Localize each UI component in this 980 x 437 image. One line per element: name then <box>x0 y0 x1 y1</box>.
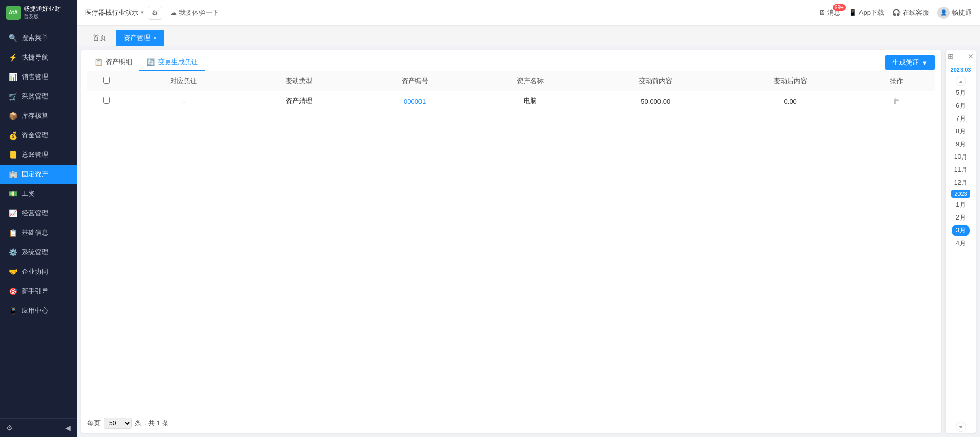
salary-icon: 💵 <box>8 189 17 198</box>
month-item-pre-6[interactable]: 6月 <box>952 100 970 112</box>
collapse-sidebar-icon[interactable]: ◀ <box>65 424 71 432</box>
topbar-settings-btn[interactable]: ⚙ <box>148 6 162 20</box>
message-icon: 🖥 <box>818 9 825 16</box>
th-before: 变动前内容 <box>588 71 723 91</box>
month-item-pre-5[interactable]: 5月 <box>952 87 970 99</box>
trial-btn[interactable]: ☁ 我要体验一下 <box>170 8 219 17</box>
sidebar-item-purchase[interactable]: 🛒 采购管理 <box>0 87 77 106</box>
td-checkbox-0 <box>87 91 126 111</box>
table-body: -- 资产清理 000001 电脑 50,000.00 0.00 🗑 <box>87 91 935 111</box>
month-item-2[interactable]: 2月 <box>952 212 970 224</box>
sub-tab-detail[interactable]: 📋 资产明细 <box>87 54 139 71</box>
sidebar-item-search[interactable]: 🔍 搜索菜单 <box>0 28 77 48</box>
company-selector[interactable]: 医疗器械行业演示 ▾ <box>85 8 144 17</box>
sidebar-label-fixed: 固定资产 <box>22 170 48 179</box>
sidebar-item-operations[interactable]: 📈 经营管理 <box>0 204 77 223</box>
operations-icon: 📈 <box>8 209 17 218</box>
voucher-table: 对应凭证 变动类型 资产编号 资产名称 变动前内容 变动后内容 操作 -- <box>87 71 935 111</box>
purchase-icon: 🛒 <box>8 92 17 101</box>
sidebar-nav: 🔍 搜索菜单 ⚡ 快捷导航 📊 销售管理 🛒 采购管理 📦 库存核算 💰 资金管… <box>0 26 77 418</box>
avatar-icon: 👤 <box>940 9 947 16</box>
tab-assets[interactable]: 资产管理 × <box>116 30 164 46</box>
select-all-checkbox[interactable] <box>103 77 110 84</box>
sidebar-item-guide[interactable]: 🎯 新手引导 <box>0 282 77 301</box>
month-item-pre-12[interactable]: 12月 <box>950 177 971 189</box>
sidebar-label-apps: 应用中心 <box>22 306 48 315</box>
fixed-icon: 🏢 <box>8 170 17 179</box>
guide-icon: 🎯 <box>8 287 17 296</box>
funds-icon: 💰 <box>8 131 17 140</box>
year-2023-badge[interactable]: 2023 <box>951 190 970 198</box>
inventory-icon: 📦 <box>8 111 17 121</box>
user-name: 畅捷通 <box>952 8 972 17</box>
logo-text-ata: AtA <box>9 10 18 15</box>
sidebar-item-apps[interactable]: 📱 应用中心 <box>0 301 77 321</box>
sidebar-item-quick[interactable]: ⚡ 快捷导航 <box>0 48 77 67</box>
panel-scroll-down-btn[interactable]: ▼ <box>956 422 966 432</box>
sidebar-app-name: 畅捷通好业财 <box>24 5 61 13</box>
tab-close-icon[interactable]: × <box>153 35 156 41</box>
th-action: 操作 <box>858 71 935 91</box>
sidebar-label-funds: 资金管理 <box>22 131 48 140</box>
sidebar-footer: ⚙ ◀ <box>0 418 77 437</box>
per-page-select[interactable]: 50 10 20 100 <box>104 418 132 429</box>
system-icon: ⚙️ <box>8 248 17 257</box>
sales-icon: 📊 <box>8 72 17 82</box>
sidebar-item-system[interactable]: ⚙️ 系统管理 <box>0 243 77 262</box>
month-item-3[interactable]: 3月 <box>952 225 970 236</box>
delete-btn-0[interactable]: 🗑 <box>893 97 900 105</box>
sidebar-label-operations: 经营管理 <box>22 209 48 218</box>
sidebar-item-salary[interactable]: 💵 工资 <box>0 184 77 204</box>
generate-voucher-dropdown-icon: ▼ <box>921 59 928 67</box>
sidebar-label-sales: 销售管理 <box>22 72 48 82</box>
settings-footer-icon[interactable]: ⚙ <box>6 424 13 432</box>
content-area: 📋 资产明细 🔄 变更生成凭证 生成凭证 ▼ <box>77 46 980 437</box>
base-icon: 📋 <box>8 228 17 237</box>
sidebar-label-guide: 新手引导 <box>22 287 48 296</box>
month-item-1[interactable]: 1月 <box>952 199 970 211</box>
sidebar-label-quick: 快捷导航 <box>22 53 48 62</box>
tab-home[interactable]: 首页 <box>85 30 114 46</box>
sidebar-item-ledger[interactable]: 📒 总账管理 <box>0 145 77 165</box>
service-btn[interactable]: 🎧 在线客服 <box>892 8 929 17</box>
month-item-pre-8[interactable]: 8月 <box>952 126 970 137</box>
sidebar-version: 普及版 <box>24 13 61 21</box>
month-item-4[interactable]: 4月 <box>952 237 970 249</box>
sidebar-item-sales[interactable]: 📊 销售管理 <box>0 67 77 87</box>
coop-icon: 🤝 <box>8 267 17 276</box>
td-name-0: 电脑 <box>472 91 588 111</box>
month-item-pre-11[interactable]: 11月 <box>950 164 971 176</box>
sidebar-item-coop[interactable]: 🤝 企业协同 <box>0 262 77 282</box>
detail-tab-label: 资产明细 <box>106 57 132 67</box>
month-item-pre-10[interactable]: 10月 <box>950 151 971 163</box>
month-item-pre-9[interactable]: 9月 <box>952 138 970 150</box>
sub-tab-voucher[interactable]: 🔄 变更生成凭证 <box>139 54 205 71</box>
detail-tab-icon: 📋 <box>94 58 103 66</box>
table-header: 对应凭证 变动类型 资产编号 资产名称 变动前内容 变动后内容 操作 <box>87 71 935 91</box>
company-name: 医疗器械行业演示 <box>85 8 138 17</box>
th-type: 变动类型 <box>242 71 357 91</box>
generate-voucher-btn[interactable]: 生成凭证 ▼ <box>885 55 935 70</box>
per-page-label: 每页 <box>87 419 101 428</box>
panel-scroll-up-btn[interactable]: ▲ <box>956 76 966 86</box>
month-item-pre-7[interactable]: 7月 <box>952 113 970 125</box>
sidebar-item-inventory[interactable]: 📦 库存核算 <box>0 106 77 126</box>
topbar: 医疗器械行业演示 ▾ ⚙ ☁ 我要体验一下 🖥 消息 99+ 📱 App下载 🎧… <box>77 0 980 26</box>
ledger-icon: 📒 <box>8 150 17 160</box>
sidebar-item-funds[interactable]: 💰 资金管理 <box>0 126 77 145</box>
sidebar-label-salary: 工资 <box>22 189 35 198</box>
message-btn[interactable]: 🖥 消息 99+ <box>818 8 841 17</box>
row-checkbox-0[interactable] <box>103 97 110 104</box>
panel-expand-btn[interactable]: ⊞ <box>948 52 954 61</box>
sidebar-title-block: 畅捷通好业财 普及版 <box>24 5 61 21</box>
panel-close-btn[interactable]: ✕ <box>968 52 974 61</box>
panel-year-label: 2023.03 <box>951 67 971 73</box>
sidebar-item-base[interactable]: 📋 基础信息 <box>0 223 77 243</box>
tab-home-label: 首页 <box>93 33 106 43</box>
pagination: 每页 50 10 20 100 条，共 1 条 <box>81 413 941 433</box>
gear-icon: ⚙ <box>152 9 158 17</box>
main-area: 医疗器械行业演示 ▾ ⚙ ☁ 我要体验一下 🖥 消息 99+ 📱 App下载 🎧… <box>77 0 980 437</box>
app-download-btn[interactable]: 📱 App下载 <box>849 8 884 17</box>
sidebar-item-fixed[interactable]: 🏢 固定资产 <box>0 165 77 184</box>
user-menu[interactable]: 👤 畅捷通 <box>937 7 972 19</box>
